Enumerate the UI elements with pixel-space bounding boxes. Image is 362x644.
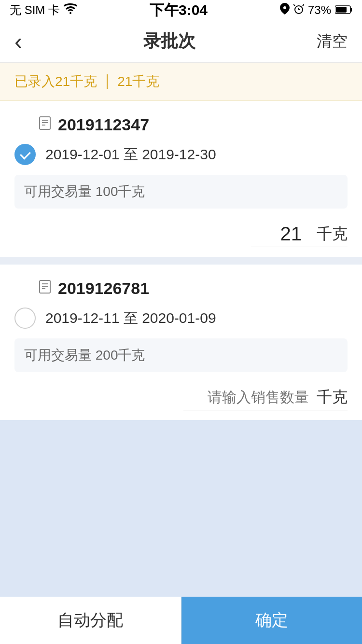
nav-bar: ‹ 录批次 清空	[0, 20, 362, 63]
batch-id-1: 2019112347	[58, 115, 149, 134]
batch-avail-1: 可用交易量 100千克	[14, 175, 348, 209]
bottom-bar: 自动分配 确定	[0, 597, 362, 644]
wifi-icon	[64, 3, 77, 17]
batch-date-1: 2019-12-01 至 2019-12-30	[45, 145, 216, 165]
amount-unit-1: 千克	[317, 224, 348, 245]
batch-date-2: 2019-12-11 至 2020-01-09	[45, 308, 216, 328]
batch-card-2: 2019126781 2019-12-11 至 2020-01-09 可用交易量…	[0, 265, 362, 420]
amount-input-2[interactable]	[183, 389, 309, 406]
info-value: 21千克	[117, 72, 159, 91]
batch-date-row-2: 2019-12-11 至 2020-01-09	[0, 303, 362, 334]
main-content: 已录入21千克 21千克 2019112347 2019-12-01 至 201…	[0, 63, 362, 644]
status-left: 无 SIM 卡	[10, 2, 77, 18]
batch-header-2: 2019126781	[0, 265, 362, 303]
batch-amount-row-1: 千克	[0, 213, 362, 257]
amount-input-1[interactable]	[251, 223, 309, 245]
back-button[interactable]: ‹	[14, 30, 22, 53]
batch-doc-icon-2	[39, 280, 53, 297]
confirm-button[interactable]: 确定	[181, 597, 362, 644]
batch-card-1: 2019112347 2019-12-01 至 2019-12-30 可用交易量…	[0, 101, 362, 257]
status-time: 下午3:04	[150, 0, 208, 20]
status-right: 73%	[280, 3, 352, 17]
page-title: 录批次	[143, 29, 195, 53]
clear-button[interactable]: 清空	[317, 31, 348, 52]
amount-underline-1: 千克	[251, 223, 348, 247]
placeholder-unit-2: 千克	[317, 387, 348, 408]
info-banner: 已录入21千克 21千克	[0, 63, 362, 101]
alarm-icon	[293, 3, 304, 17]
battery-icon	[335, 3, 352, 17]
sim-text: 无 SIM 卡	[10, 2, 60, 18]
batch-id-2: 2019126781	[58, 279, 149, 298]
batch-radio-1[interactable]	[14, 144, 36, 165]
batch-amount-placeholder-2: 千克	[0, 377, 362, 420]
section-divider	[0, 257, 362, 265]
info-divider	[107, 74, 108, 89]
batch-avail-2: 可用交易量 200千克	[14, 338, 348, 372]
batch-date-row-1: 2019-12-01 至 2019-12-30	[0, 139, 362, 170]
batch-header-1: 2019112347	[0, 101, 362, 139]
placeholder-underline-2: 千克	[183, 387, 348, 410]
back-icon: ‹	[14, 30, 22, 53]
status-bar: 无 SIM 卡 下午3:04 73%	[0, 0, 362, 20]
battery-text: 73%	[308, 3, 331, 17]
auto-distribute-button[interactable]: 自动分配	[0, 597, 181, 644]
batch-doc-icon-1	[39, 116, 53, 134]
info-label: 已录入21千克	[14, 72, 97, 91]
svg-rect-5	[336, 7, 347, 13]
svg-rect-4	[350, 8, 352, 12]
location-icon	[280, 3, 290, 17]
batch-radio-2[interactable]	[14, 308, 36, 329]
